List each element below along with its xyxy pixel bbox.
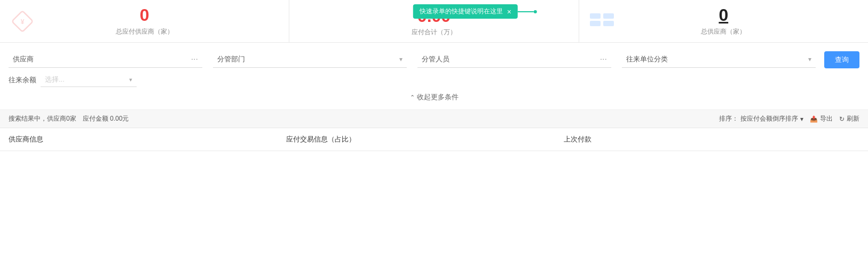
person-label: 分管人员: [422, 54, 449, 64]
svg-text:¥: ¥: [21, 18, 25, 26]
export-button[interactable]: 📤 导出: [810, 114, 833, 123]
sort-label: 排序：: [719, 114, 738, 123]
balance-label: 往来余额: [9, 75, 36, 85]
filter-row-1: 供应商 ··· 分管部门 ▾ 分管人员 ··· 往来单位分类 ▾ 查询: [9, 50, 859, 68]
suppliers-count-text: 搜索结果中，供应商0家: [9, 114, 76, 123]
refresh-icon: ↻: [839, 115, 845, 123]
collapse-label: 收起更多条件: [417, 92, 459, 102]
collapse-more-btn[interactable]: ⌃ 收起更多条件: [9, 89, 859, 105]
person-more-btn[interactable]: ···: [600, 54, 607, 64]
dept-input[interactable]: [249, 55, 397, 63]
unit-category-label: 往来单位分类: [626, 54, 668, 64]
sort-dropdown-icon[interactable]: ▾: [800, 115, 803, 123]
unit-category-dropdown-icon[interactable]: ▾: [808, 56, 811, 63]
balance-select[interactable]: 选择... ▾: [41, 73, 137, 87]
svg-rect-6: [603, 13, 614, 19]
filter-row-2: 往来余额 选择... ▾: [9, 73, 859, 89]
total-payable-suppliers-value: 0: [140, 6, 149, 25]
results-actions: 排序： 按应付会额倒序排序 ▾ 📤 导出 ↻ 刷新: [719, 114, 859, 123]
collapse-icon: ⌃: [410, 94, 415, 101]
balance-dropdown-icon[interactable]: ▾: [129, 76, 132, 83]
amount-text: 应付金额 0.00元: [83, 114, 129, 123]
col-header-supplier-info: 供应商信息: [9, 135, 286, 144]
diamond-icon: ¥: [11, 10, 34, 33]
table-header: 供应商信息 应付交易信息（占比） 上次付款: [0, 128, 868, 151]
unit-category-filter[interactable]: 往来单位分类 ▾: [622, 51, 816, 68]
stats-bar: ¥ 0 总应付供应商（家） 0.00 应付合计（万） 快速录单的快捷键说明在这里…: [0, 0, 868, 43]
tooltip-dot: [533, 9, 538, 14]
dept-label: 分管部门: [217, 54, 245, 64]
supplier-more-btn[interactable]: ···: [191, 54, 198, 64]
svg-rect-5: [590, 21, 601, 26]
col-header-last-payment: 上次付款: [564, 135, 859, 144]
unit-category-input[interactable]: [672, 55, 806, 63]
tooltip-close-btn[interactable]: ×: [507, 8, 511, 15]
stat-total-suppliers: 0 总供应商（家）: [579, 0, 868, 42]
refresh-label: 刷新: [847, 114, 859, 123]
sort-button[interactable]: 排序： 按应付会额倒序排序 ▾: [719, 114, 803, 123]
results-summary: 搜索结果中，供应商0家 应付金额 0.00元: [9, 114, 129, 123]
supplier-input[interactable]: [38, 55, 189, 63]
svg-rect-4: [590, 13, 601, 19]
total-payable-suppliers-label: 总应付供应商（家）: [116, 27, 173, 36]
total-suppliers-value: 0: [719, 6, 728, 25]
table-body: [0, 151, 868, 258]
tooltip-text: 快速录单的快捷键说明在这里: [420, 7, 503, 16]
results-bar: 搜索结果中，供应商0家 应付金额 0.00元 排序： 按应付会额倒序排序 ▾ 📤…: [0, 110, 868, 128]
stat-total-payable-suppliers: ¥ 0 总应付供应商（家）: [0, 0, 289, 42]
query-button[interactable]: 查询: [824, 51, 859, 68]
tooltip-bubble: 快速录单的快捷键说明在这里 ×: [413, 4, 518, 19]
person-filter[interactable]: 分管人员 ···: [417, 51, 611, 68]
balance-placeholder: 选择...: [45, 75, 129, 84]
payable-total-label: 应付合计（万）: [412, 28, 456, 37]
stat-payable-total: 0.00 应付合计（万） 快速录单的快捷键说明在这里 ×: [289, 0, 579, 42]
person-input[interactable]: [454, 55, 598, 63]
dept-filter[interactable]: 分管部门 ▾: [213, 51, 407, 68]
export-icon: 📤: [810, 115, 818, 123]
total-suppliers-label: 总供应商（家）: [701, 27, 746, 36]
col-header-transaction-info: 应付交易信息（占比）: [286, 135, 564, 144]
dept-dropdown-icon[interactable]: ▾: [399, 56, 403, 63]
refresh-button[interactable]: ↻ 刷新: [839, 114, 859, 123]
filter-bar: 供应商 ··· 分管部门 ▾ 分管人员 ··· 往来单位分类 ▾ 查询: [0, 43, 868, 110]
suppliers-icon: [590, 13, 617, 29]
sort-value: 按应付会额倒序排序: [740, 114, 798, 123]
svg-rect-7: [603, 21, 614, 26]
supplier-filter[interactable]: 供应商 ···: [9, 51, 202, 68]
supplier-label: 供应商: [13, 54, 34, 64]
export-label: 导出: [820, 114, 833, 123]
